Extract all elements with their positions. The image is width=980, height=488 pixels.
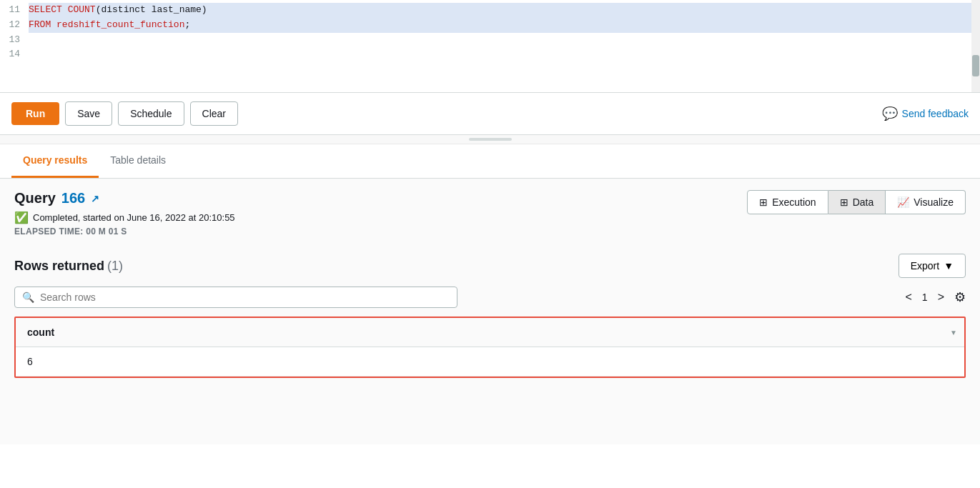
data-table: count ▼ 6 [16,318,964,377]
export-label: Export [911,260,939,272]
search-row: 🔍 < 1 > ⚙ [14,287,966,308]
table-settings-icon[interactable]: ⚙ [954,289,966,305]
status-text: Completed, started on June 16, 2022 at 2… [33,212,235,223]
visualize-label: Visualize [914,196,954,208]
code-content[interactable]: SELECT COUNT(distinct last_name) FROM re… [29,3,980,62]
external-link-icon[interactable]: ↗ [91,193,99,204]
view-buttons: ⊞ Execution ⊞ Data 📈 Visualize [747,190,966,214]
send-feedback-button[interactable]: 💬 Send feedback [882,106,969,121]
drag-handle[interactable] [0,135,980,144]
query-title: Query 166 ↗ [14,190,235,206]
data-icon: ⊞ [840,196,848,208]
data-label: Data [853,196,874,208]
table-header-row: count ▼ [16,318,964,347]
status-check-icon: ✅ [14,211,29,224]
rows-title: Rows returned (1) [14,259,123,274]
drag-bar [469,138,512,141]
search-box[interactable]: 🔍 [14,287,457,308]
code-line-11: SELECT COUNT(distinct last_name) [29,3,980,18]
query-info: Query 166 ↗ ✅ Completed, started on June… [0,179,980,242]
send-feedback-label: Send feedback [902,108,969,119]
column-label-count: count [27,327,54,338]
schedule-button[interactable]: Schedule [118,101,184,126]
tab-query-results[interactable]: Query results [11,144,99,178]
rows-count: (1) [107,259,123,273]
toolbar: Run Save Schedule Clear 💬 Send feedback [0,93,980,135]
search-input[interactable] [40,292,450,303]
execution-label: Execution [772,196,816,208]
query-number: 166 [61,190,85,206]
export-dropdown-icon: ▼ [944,260,954,272]
code-line-14 [29,47,980,62]
table-wrapper: count ▼ 6 [14,317,966,378]
execution-button[interactable]: ⊞ Execution [747,190,828,214]
code-editor[interactable]: 11 12 13 14 SELECT COUNT(distinct last_n… [0,0,980,93]
scrollbar-track[interactable] [971,0,980,92]
search-icon: 🔍 [22,292,34,303]
prev-page-button[interactable]: < [901,289,916,305]
rows-header: Rows returned (1) Export ▼ [14,254,966,278]
save-button[interactable]: Save [65,101,112,126]
clear-button[interactable]: Clear [190,101,238,126]
line-numbers: 11 12 13 14 [0,3,29,62]
data-button[interactable]: ⊞ Data [828,190,886,214]
elapsed-time: ELAPSED TIME: 00 m 01 s [14,226,235,236]
pagination: < 1 > ⚙ [901,289,966,305]
rows-title-text: Rows returned [14,259,104,273]
rows-section: Rows returned (1) Export ▼ 🔍 < 1 > ⚙ [0,242,980,389]
tab-table-details[interactable]: Table details [99,144,177,178]
scrollbar-thumb[interactable] [972,55,979,76]
cell-count-0: 6 [16,347,964,377]
sort-icon-count[interactable]: ▼ [950,329,957,337]
toolbar-left: Run Save Schedule Clear [11,101,876,126]
visualize-button[interactable]: 📈 Visualize [886,190,966,214]
next-page-button[interactable]: > [934,289,949,305]
code-line-12: FROM redshift_count_function; [29,18,980,33]
tabs-header: Query results Table details [0,144,980,179]
export-button[interactable]: Export ▼ [899,254,966,278]
execution-icon: ⊞ [759,196,768,208]
visualize-icon: 📈 [897,196,909,208]
query-label: Query [14,190,56,206]
column-header-count[interactable]: count ▼ [16,318,964,347]
run-button[interactable]: Run [11,102,59,125]
toolbar-right: 💬 Send feedback [882,106,969,121]
page-number: 1 [922,292,928,303]
query-status: ✅ Completed, started on June 16, 2022 at… [14,211,235,224]
results-area: Query results Table details Query 166 ↗ … [0,144,980,444]
code-line-13 [29,33,980,48]
table-row: 6 [16,347,964,377]
feedback-icon: 💬 [882,106,898,121]
